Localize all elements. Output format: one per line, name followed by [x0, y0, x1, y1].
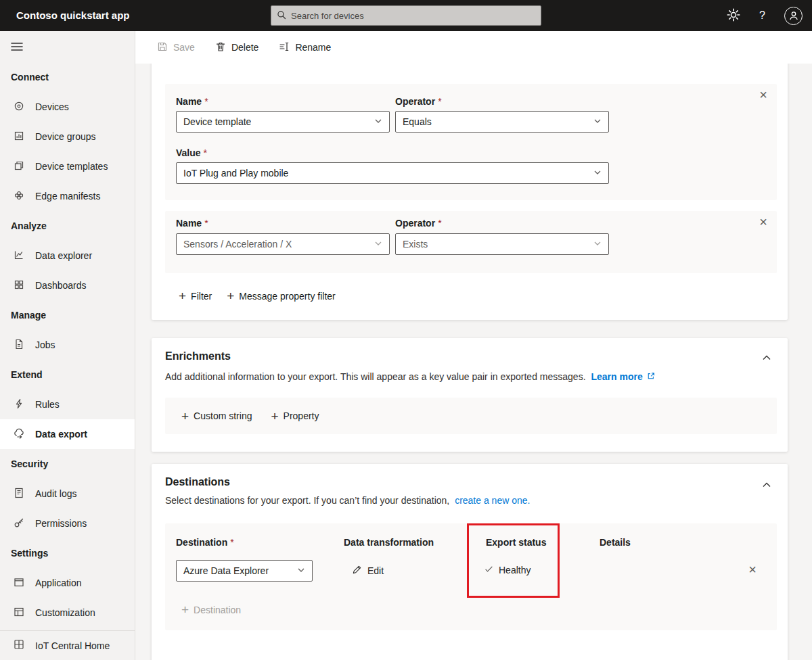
select-value: IoT Plug and Play mobile: [183, 168, 288, 179]
data-export-icon: [14, 428, 24, 441]
data-transformation-column-header: Data transformation: [344, 537, 434, 548]
required-asterisk: *: [230, 537, 233, 548]
filter-actions: + Filter + Message property filter: [179, 289, 336, 302]
export-status-column-header: Export status: [486, 537, 546, 548]
sidebar-item-data-explorer[interactable]: Data explorer: [0, 241, 135, 270]
learn-more-link[interactable]: Learn more: [591, 371, 642, 382]
sidebar-item-label: Permissions: [35, 518, 87, 529]
filter-value-select[interactable]: IoT Plug and Play mobile: [176, 162, 609, 184]
create-new-destination-link[interactable]: create a new one.: [455, 495, 530, 506]
required-asterisk: *: [204, 147, 207, 158]
filter-operator-select[interactable]: Exists: [395, 233, 609, 255]
pencil-icon: [352, 565, 362, 577]
sidebar-item-customization[interactable]: Customization: [0, 598, 135, 628]
filter-operator-select[interactable]: Equals: [395, 111, 609, 133]
add-property-button[interactable]: + Property: [271, 410, 319, 423]
devices-icon: [14, 101, 24, 114]
sidebar-item-label: Device groups: [35, 131, 96, 142]
edge-manifests-icon: [14, 190, 24, 203]
plus-icon: +: [271, 410, 278, 423]
description-text: Add additional information to your expor…: [165, 371, 586, 382]
sidebar-item-devices[interactable]: Devices: [0, 92, 135, 122]
remove-filter-button[interactable]: ×: [759, 88, 767, 101]
help-button[interactable]: ?: [759, 9, 765, 22]
sidebar: Connect Devices Device groups Device tem…: [0, 31, 135, 660]
destination-column-header: Destination*: [176, 537, 234, 548]
data-explorer-icon: [14, 250, 24, 262]
iot-central-home-icon: [14, 639, 24, 652]
description-text: Select destinations for your export. If …: [165, 495, 449, 506]
required-asterisk: *: [204, 218, 208, 229]
destinations-card: Destinations Select destinations for you…: [152, 464, 788, 660]
application-icon: [14, 577, 24, 590]
add-custom-string-button[interactable]: + Custom string: [181, 410, 252, 423]
add-filter-button[interactable]: + Filter: [179, 289, 212, 302]
enrichments-description: Add additional information to your expor…: [165, 371, 655, 382]
field-label-text: Name: [176, 218, 202, 229]
sidebar-item-iot-central-home[interactable]: IoT Central Home: [0, 630, 135, 660]
sidebar-item-device-templates[interactable]: Device templates: [0, 151, 135, 181]
device-search-box[interactable]: [271, 5, 541, 26]
name-field-label: Name*: [176, 218, 208, 229]
chevron-up-icon[interactable]: [762, 353, 771, 364]
remove-destination-button[interactable]: ×: [748, 563, 757, 576]
device-search-input[interactable]: [291, 11, 535, 21]
select-value: Equals: [403, 116, 432, 127]
sidebar-item-label: Data export: [35, 429, 87, 440]
field-label-text: Name: [176, 96, 202, 107]
sidebar-item-data-export[interactable]: Data export: [0, 419, 135, 449]
sidebar-item-rules[interactable]: Rules: [0, 390, 135, 419]
sidebar-item-label: Jobs: [35, 339, 55, 350]
enrichments-title: Enrichments: [165, 350, 231, 362]
filter-name-select[interactable]: Sensors / Acceleration / X: [176, 233, 390, 255]
save-button[interactable]: Save: [157, 41, 195, 54]
chevron-down-icon: [593, 116, 602, 127]
sidebar-item-label: Devices: [35, 101, 69, 112]
details-column-header: Details: [600, 537, 631, 548]
sidebar-item-dashboards[interactable]: Dashboards: [0, 270, 135, 300]
sidebar-item-audit-logs[interactable]: Audit logs: [0, 479, 135, 509]
export-status-value: Healthy: [484, 565, 531, 575]
destination-select[interactable]: Azure Data Explorer: [176, 560, 313, 582]
trash-icon: [215, 41, 226, 54]
sidebar-item-application[interactable]: Application: [0, 568, 135, 598]
field-label-text: Value: [176, 147, 201, 158]
sidebar-section-connect: Connect: [0, 62, 135, 92]
chevron-up-icon[interactable]: [762, 480, 771, 492]
select-value: Sensors / Acceleration / X: [183, 239, 292, 250]
check-icon: [484, 565, 493, 575]
topbar: Contoso quickstart app ?: [0, 0, 812, 31]
add-destination-button[interactable]: + Destination: [181, 603, 241, 616]
sidebar-item-label: Audit logs: [35, 488, 76, 499]
dashboards-icon: [14, 279, 24, 292]
sidebar-item-jobs[interactable]: Jobs: [0, 330, 135, 360]
enrichments-card: Enrichments Add additional information t…: [152, 338, 788, 452]
sidebar-item-edge-manifests[interactable]: Edge manifests: [0, 181, 135, 211]
remove-filter-button[interactable]: ×: [759, 215, 767, 229]
avatar-button[interactable]: [784, 7, 803, 25]
add-message-property-filter-button[interactable]: + Message property filter: [227, 289, 336, 302]
filter-row-2: × Name* Sensors / Acceleration / X Opera…: [165, 211, 777, 273]
plus-icon: +: [179, 289, 186, 302]
field-label-text: Operator: [395, 96, 435, 107]
rename-button[interactable]: Rename: [279, 41, 331, 54]
edit-label: Edit: [367, 565, 384, 576]
customization-icon: [14, 607, 24, 619]
edit-transformation-button[interactable]: Edit: [352, 565, 384, 577]
filter-name-select[interactable]: Device template: [176, 111, 390, 133]
delete-button[interactable]: Delete: [215, 41, 258, 54]
destinations-description: Select destinations for your export. If …: [165, 495, 530, 506]
delete-label: Delete: [231, 42, 258, 53]
sidebar-section-manage: Manage: [0, 300, 135, 330]
plus-icon: +: [227, 289, 234, 302]
rename-icon: [279, 41, 290, 54]
hamburger-menu-button[interactable]: [0, 31, 135, 62]
sidebar-item-label: Data explorer: [35, 250, 92, 261]
sidebar-item-device-groups[interactable]: Device groups: [0, 122, 135, 151]
sidebar-item-permissions[interactable]: Permissions: [0, 509, 135, 538]
external-link-icon: [647, 371, 655, 382]
settings-gear-icon[interactable]: [727, 8, 740, 24]
add-filter-label: Filter: [191, 291, 212, 302]
select-value: Device template: [183, 116, 251, 127]
required-asterisk: *: [438, 218, 441, 229]
